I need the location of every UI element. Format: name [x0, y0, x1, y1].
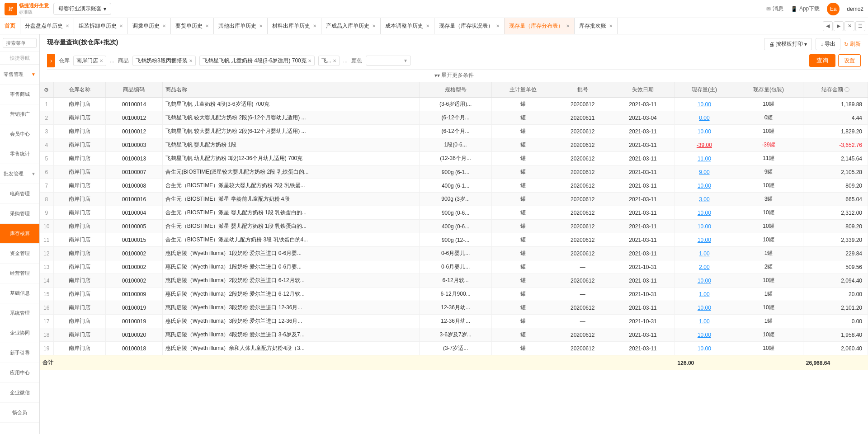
row-batch: 20200612: [554, 138, 611, 152]
close-inv-dist-tab[interactable]: ✕: [566, 24, 570, 28]
sidebar-item-wholesale[interactable]: 批发管理 ▼: [0, 164, 39, 184]
row-qty-main[interactable]: 10.00: [675, 301, 734, 315]
table-row: 17 南岸门店 00100019 惠氏启陵（Wyeth illuma）3段奶粉 …: [40, 315, 868, 328]
sidebar-item-purchase[interactable]: 采购管理: [0, 204, 39, 224]
nav-tab-combo[interactable]: 组装拆卸单历史 ✕: [74, 18, 128, 34]
nav-more-btn[interactable]: ☰: [855, 21, 865, 31]
sidebar-item-guide[interactable]: 新手引导: [0, 343, 39, 363]
row-qty-main[interactable]: 10.00: [675, 233, 734, 247]
remove-product-tag-2[interactable]: ✕: [308, 58, 311, 63]
product-tag-3[interactable]: 飞... ✕: [318, 56, 340, 66]
row-batch: —: [554, 315, 611, 328]
refresh-btn[interactable]: ↻ 刷新: [844, 40, 861, 48]
message-action[interactable]: ✉ 消息: [766, 5, 783, 13]
sidebar-item-basics[interactable]: 基础信息: [0, 283, 39, 303]
nav-close-btn[interactable]: ✕: [844, 21, 854, 31]
color-selector[interactable]: ▾: [366, 56, 411, 66]
nav-prev-btn[interactable]: ◀: [823, 21, 833, 31]
nav-tab-material[interactable]: 材料出库单历史 ✕: [268, 18, 321, 34]
search-input[interactable]: [3, 38, 37, 48]
row-qty-main[interactable]: 10.00: [675, 179, 734, 193]
row-qty-main[interactable]: 10.00: [675, 342, 734, 355]
row-qty-main[interactable]: 10.00: [675, 98, 734, 111]
sidebar-item-app-center[interactable]: 应用中心: [0, 363, 39, 383]
sidebar-item-system[interactable]: 系统管理: [0, 303, 39, 323]
sidebar-item-shop[interactable]: 零售商城: [0, 85, 39, 104]
sidebar-item-wechat[interactable]: 企业微信: [0, 383, 39, 403]
nav-tab-transfer[interactable]: 调拨单历史 ✕: [128, 18, 171, 34]
nav-next-btn[interactable]: ▶: [834, 21, 844, 31]
sidebar-item-finance[interactable]: 资金管理: [0, 244, 39, 264]
row-qty-main[interactable]: 1.00: [675, 315, 734, 328]
row-qty-main[interactable]: 10.00: [675, 274, 734, 288]
row-qty-main[interactable]: 10.00: [675, 328, 734, 342]
app-download-action[interactable]: 📱 App下载: [791, 5, 820, 13]
settings-button[interactable]: 设置: [838, 54, 861, 67]
row-qty-main[interactable]: -39.00: [675, 138, 734, 152]
row-qty-main[interactable]: 11.00: [675, 152, 734, 165]
close-other-out-tab[interactable]: ✕: [259, 24, 263, 28]
nav-tab-home[interactable]: 首页: [0, 18, 20, 34]
col-name: 商品名称: [162, 82, 419, 98]
tab-combo-label: 组装拆卸单历史: [79, 22, 117, 30]
row-qty-main[interactable]: 0.00: [675, 111, 734, 125]
row-qty-main[interactable]: 2.00: [675, 260, 734, 274]
remove-product-tag-1[interactable]: ✕: [189, 58, 193, 63]
close-order-tab[interactable]: ✕: [205, 24, 209, 28]
col-settings[interactable]: ⚙: [40, 82, 53, 98]
nav-tab-order[interactable]: 要货单历史 ✕: [171, 18, 214, 34]
row-warehouse: 南岸门店: [53, 288, 106, 301]
nav-tab-split[interactable]: 分盘盘点单历史 ✕: [20, 18, 74, 34]
close-transfer-tab[interactable]: ✕: [162, 24, 166, 28]
close-product-in-tab[interactable]: ✕: [372, 24, 376, 28]
row-warehouse: 南岸门店: [53, 247, 106, 260]
sidebar-item-member2[interactable]: 畅会员: [0, 403, 39, 423]
row-qty-main[interactable]: 1.00: [675, 247, 734, 260]
col-batch: 批号: [554, 82, 611, 98]
nav-tab-product-in[interactable]: 产成品入库单历史 ✕: [321, 18, 381, 34]
product-tag-2[interactable]: 飞鹤星飞帆 儿童奶粉 4段(3-6岁适用) 700克 ✕: [199, 56, 315, 66]
close-inv-status-tab[interactable]: ✕: [496, 24, 500, 28]
brand-tag: 标准版: [19, 9, 49, 15]
remove-warehouse-tag[interactable]: ✕: [99, 58, 103, 63]
close-batch-tab[interactable]: ✕: [609, 24, 613, 28]
user-avatar[interactable]: Ea: [827, 3, 840, 15]
row-qty-main[interactable]: 3.00: [675, 193, 734, 206]
row-qty-main[interactable]: 10.00: [675, 125, 734, 138]
row-qty-main[interactable]: 9.00: [675, 165, 734, 179]
sidebar-item-member[interactable]: 会员中心: [0, 124, 39, 144]
sidebar-item-stats[interactable]: 零售统计: [0, 144, 39, 164]
amount-info-icon[interactable]: ⓘ: [844, 87, 849, 92]
template-print-btn[interactable]: 🖨 按模板打印 ▾: [764, 38, 812, 50]
sidebar-item-inventory[interactable]: 库存核算: [0, 224, 39, 244]
close-combo-tab[interactable]: ✕: [119, 24, 123, 28]
close-split-tab[interactable]: ✕: [66, 24, 69, 28]
close-cost-tab[interactable]: ✕: [426, 24, 429, 28]
query-button[interactable]: 查询: [809, 54, 835, 67]
sidebar-item-ecommerce[interactable]: 电商管理: [0, 184, 39, 204]
nav-tab-other-out[interactable]: 其他出库单历史 ✕: [214, 18, 268, 34]
nav-tab-batch[interactable]: 库存批次账 ✕: [575, 18, 618, 34]
app-icon: 📱: [791, 6, 797, 12]
row-no: 12: [40, 247, 53, 260]
sidebar-item-retail[interactable]: 零售管理 ▼: [0, 65, 39, 85]
expand-sidebar-btn[interactable]: ›: [47, 54, 55, 67]
row-unit: 罐: [492, 165, 554, 179]
nav-tab-inv-status[interactable]: 现存量（库存状况表） ✕: [434, 18, 505, 34]
export-btn[interactable]: ↓ 导出: [816, 38, 840, 50]
remove-product-tag-3[interactable]: ✕: [333, 58, 336, 63]
row-qty-main[interactable]: 10.00: [675, 220, 734, 233]
nav-tab-cost[interactable]: 成本调整单历史 ✕: [381, 18, 434, 34]
warehouse-dots: ...: [110, 57, 114, 64]
row-qty-main[interactable]: 10.00: [675, 206, 734, 220]
row-qty-main[interactable]: 1.00: [675, 288, 734, 301]
industry-selector[interactable]: 母婴行业演示账套 ▾: [53, 3, 111, 15]
sidebar-item-marketing[interactable]: 营销推广: [0, 104, 39, 124]
nav-tab-inv-dist[interactable]: 现存量（库存分布表） ✕: [505, 18, 575, 34]
sidebar-item-operations[interactable]: 经营管理: [0, 264, 39, 283]
sidebar-item-collab[interactable]: 企业协同: [0, 323, 39, 343]
expand-more-btn[interactable]: ▾▾ 展开更多条件: [434, 71, 474, 79]
close-material-tab[interactable]: ✕: [313, 24, 316, 28]
product-tag-1[interactable]: 飞鹤奶粉3段丙捆搭装 ✕: [132, 56, 196, 66]
warehouse-tag-nanan[interactable]: 南岸门店 ✕: [73, 56, 106, 66]
